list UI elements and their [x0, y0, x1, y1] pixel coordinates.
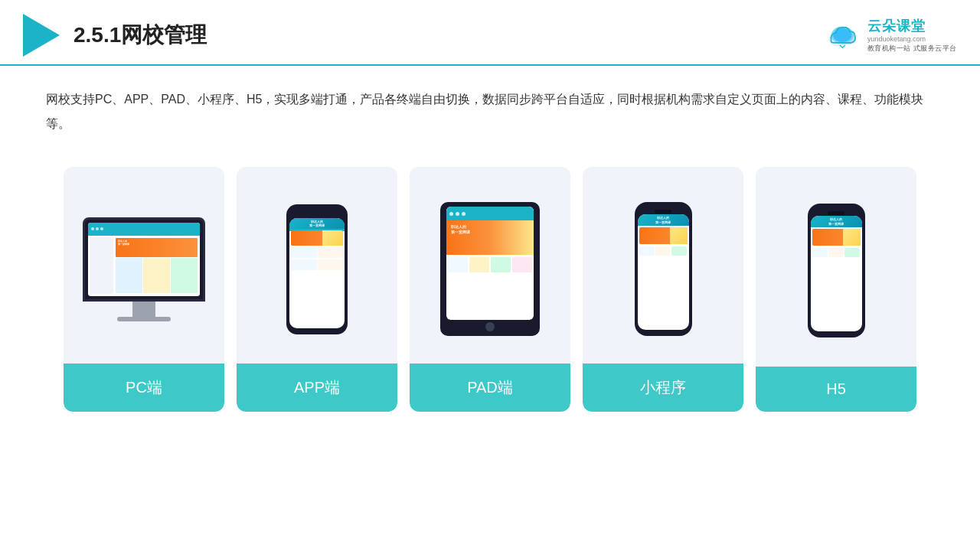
small-phone-screen: 职达人的第一堂网课 — [811, 216, 862, 331]
small-screen-banner — [812, 229, 861, 246]
screen-sidebar — [90, 237, 113, 295]
monitor-base — [117, 317, 171, 321]
card-app: 职达人的第一堂网课 — [237, 167, 397, 412]
small-mini-card — [828, 248, 844, 257]
phone-notch — [308, 210, 326, 214]
pad-screen: 职达人的第一堂网课 — [446, 207, 534, 320]
logo-triangle-icon — [23, 14, 60, 57]
pad-cards — [446, 255, 534, 275]
card-pad-label: PAD端 — [410, 364, 570, 412]
card-h5-image: 职达人的第一堂网课 — [756, 167, 916, 367]
small-banner-img — [843, 229, 860, 246]
card-pad-image: 职达人的第一堂网课 — [410, 167, 570, 364]
brand-name: 云朵课堂 — [867, 18, 926, 35]
page-header: 2.5.1网校管理 云朵课堂 yunduoketang.com 教育机构一站 式… — [0, 0, 980, 66]
pad-card-item — [512, 257, 532, 272]
pad-nav-dot — [456, 212, 459, 216]
card-pc: 职达人的第一堂网课 — [64, 167, 224, 412]
pad-card-item — [491, 257, 511, 272]
phone-header-area: 职达人的第一堂网课 — [289, 218, 345, 229]
monitor-stand — [132, 302, 155, 317]
phone-banner — [291, 230, 343, 246]
card-h5-label: H5 — [756, 367, 916, 412]
pad-screen-content: 职达人的第一堂网课 — [446, 207, 534, 275]
page-title: 2.5.1网校管理 — [74, 21, 207, 50]
pad-card-item — [448, 257, 468, 272]
screen-banner: 职达人的第一堂网课 — [116, 238, 198, 257]
small-screen-banner — [639, 227, 688, 244]
small-screen-header-text: 职达人的第一堂网课 — [655, 216, 671, 224]
phone-mini-card — [318, 247, 344, 258]
pad-card-item — [469, 257, 489, 272]
card-h5: 职达人的第一堂网课 H5 — [756, 167, 916, 412]
screen-cards — [116, 258, 198, 293]
small-screen-content: 职达人的第一堂网课 — [638, 214, 689, 256]
phone-header-text: 职达人的第一堂网课 — [309, 220, 325, 227]
card-pc-image: 职达人的第一堂网课 — [64, 167, 224, 364]
nav-dot — [91, 227, 94, 230]
pad-mockup: 职达人的第一堂网课 — [440, 202, 540, 336]
card-app-image: 职达人的第一堂网课 — [237, 167, 397, 364]
brand-url: yunduoketang.com — [867, 35, 926, 44]
brand-slogan: 教育机构一站 式服务云平台 — [867, 44, 957, 54]
screen-mini-card — [116, 258, 142, 293]
phone-card-row — [291, 247, 343, 258]
phone-card-row — [291, 259, 343, 270]
phone-screen: 职达人的第一堂网课 — [289, 218, 345, 328]
phone-body-content — [289, 229, 345, 272]
screen-content: 职达人的第一堂网课 — [88, 236, 200, 296]
small-phone-h5: 职达人的第一堂网课 — [808, 204, 865, 337]
small-screen-cards — [811, 247, 862, 258]
small-mini-card — [639, 246, 655, 256]
screen-mini-card — [171, 258, 198, 293]
phone-mini-card — [318, 259, 344, 270]
card-miniprogram-image: 职达人的第一堂网课 — [583, 167, 743, 364]
phone-mockup-app: 职达人的第一堂网课 — [286, 204, 348, 334]
small-mini-card — [812, 248, 828, 257]
screen-main: 职达人的第一堂网课 — [115, 237, 198, 295]
pad-nav — [446, 207, 534, 220]
pad-banner: 职达人的第一堂网课 — [446, 220, 534, 255]
small-mini-card — [844, 248, 860, 257]
brand-logo: 云朵课堂 yunduoketang.com 教育机构一站 式服务云平台 — [825, 18, 957, 54]
description-text: 网校支持PC、APP、PAD、小程序、H5，实现多端打通，产品各终端自由切换，数… — [0, 66, 980, 144]
pad-nav-dot — [449, 212, 453, 216]
card-miniprogram-label: 小程序 — [583, 364, 743, 412]
small-screen-header: 职达人的第一堂网课 — [811, 216, 862, 227]
phone-mini-card — [291, 259, 317, 270]
nav-dot — [96, 227, 99, 230]
monitor-body: 职达人的第一堂网课 — [83, 217, 205, 302]
cards-container: 职达人的第一堂网课 — [0, 144, 980, 435]
card-miniprogram: 职达人的第一堂网课 小程序 — [583, 167, 743, 412]
phone-mini-card — [291, 247, 317, 258]
small-mini-card — [671, 246, 687, 256]
phone-screen-content: 职达人的第一堂网课 — [289, 218, 345, 272]
small-screen-cards — [638, 246, 689, 256]
small-phone-miniprogram: 职达人的第一堂网课 — [635, 202, 692, 336]
screen-banner-text: 职达人的第一堂网课 — [118, 240, 129, 246]
small-screen-header: 职达人的第一堂网课 — [638, 214, 689, 226]
small-mini-card — [655, 246, 671, 256]
small-phone-notch — [655, 210, 671, 214]
screen-mini-card — [143, 258, 170, 293]
description-paragraph: 网校支持PC、APP、PAD、小程序、H5，实现多端打通，产品各终端自由切换，数… — [46, 87, 934, 136]
small-phone-notch — [828, 211, 844, 215]
screen-nav — [88, 223, 200, 236]
nav-dot — [100, 227, 103, 230]
small-screen-header-text: 职达人的第一堂网课 — [828, 217, 844, 226]
monitor-screen-inner: 职达人的第一堂网课 — [88, 223, 200, 296]
brand-text: 云朵课堂 yunduoketang.com 教育机构一站 式服务云平台 — [867, 18, 957, 54]
pad-home-button — [485, 322, 495, 331]
small-screen-content: 职达人的第一堂网课 — [811, 216, 862, 258]
phone-banner-img — [322, 230, 343, 246]
cloud-icon — [825, 21, 863, 49]
header-right: 云朵课堂 yunduoketang.com 教育机构一站 式服务云平台 — [825, 18, 957, 54]
monitor-screen: 职达人的第一堂网课 — [88, 223, 200, 296]
header-left: 2.5.1网校管理 — [23, 14, 207, 57]
small-phone-screen: 职达人的第一堂网课 — [638, 214, 689, 330]
pad-banner-title: 职达人的第一堂网课 — [451, 224, 470, 235]
pc-monitor-mockup: 职达人的第一堂网课 — [79, 217, 209, 321]
card-pad: 职达人的第一堂网课 PAD端 — [410, 167, 570, 412]
card-app-label: APP端 — [237, 364, 397, 412]
card-pc-label: PC端 — [64, 364, 224, 412]
